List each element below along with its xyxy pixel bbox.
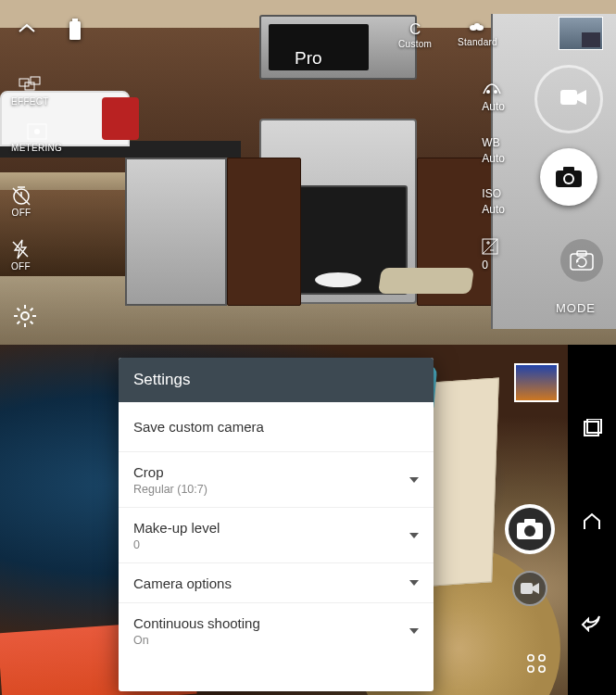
nav-home[interactable] — [568, 512, 616, 536]
svg-rect-42 — [524, 519, 535, 524]
gallery-thumbnail[interactable] — [514, 363, 559, 402]
gear-icon — [13, 304, 37, 328]
svg-rect-7 — [31, 77, 40, 84]
wb-title: WB — [482, 135, 505, 151]
svg-point-25 — [486, 90, 490, 94]
pro-params: Auto WB Auto ISO Auto 0 — [482, 82, 505, 273]
svg-point-43 — [524, 525, 535, 537]
row-camera-options[interactable]: Camera options — [119, 563, 434, 603]
scene-mat — [378, 268, 474, 294]
effect-label: EFFECT — [11, 96, 49, 107]
ev-value: 0 — [482, 258, 505, 273]
app-grid-button[interactable] — [525, 652, 547, 678]
switch-camera-icon — [569, 249, 595, 272]
focus-value: Auto — [482, 99, 505, 115]
ev-button[interactable]: 0 — [482, 238, 505, 273]
svg-marker-45 — [533, 583, 539, 594]
svg-point-16 — [21, 312, 29, 320]
svg-line-24 — [31, 309, 33, 311]
iso-button[interactable]: ISO Auto — [482, 186, 505, 218]
mode-custom-label: Custom — [398, 39, 432, 49]
wb-button[interactable]: WB Auto — [482, 135, 505, 167]
svg-rect-44 — [521, 583, 533, 594]
switch-camera-button[interactable] — [560, 239, 603, 282]
scene-cabinet — [227, 158, 301, 306]
chevron-down-icon — [408, 626, 421, 636]
camera-icon — [516, 518, 544, 540]
grid-icon — [525, 652, 547, 675]
svg-marker-53 — [409, 533, 419, 538]
svg-rect-35 — [563, 167, 574, 172]
svg-marker-33 — [577, 90, 586, 105]
svg-point-47 — [539, 655, 545, 661]
metering-label: METERING — [11, 143, 62, 153]
nav-recent[interactable] — [568, 419, 616, 443]
recent-icon — [582, 419, 602, 439]
camera-settings-screen: Settings Save custom camera Crop Regular… — [0, 345, 616, 695]
shutter-button[interactable] — [540, 148, 597, 206]
row-sub: 0 — [133, 538, 419, 551]
metering-button[interactable]: METERING — [11, 122, 62, 153]
video-button[interactable] — [512, 571, 547, 606]
focus-button[interactable]: Auto — [482, 82, 505, 115]
back-icon — [581, 613, 603, 632]
settings-button[interactable] — [13, 304, 37, 330]
row-continuous-shooting[interactable]: Continuous shooting On — [119, 603, 434, 658]
effect-button[interactable]: EFFECT — [11, 76, 49, 107]
row-makeup-level[interactable]: Make-up level 0 — [119, 508, 434, 563]
mode-standard-label: Standard — [458, 37, 497, 47]
svg-line-22 — [31, 322, 33, 324]
video-icon — [520, 581, 540, 596]
scene-plate — [315, 272, 361, 287]
row-sub: On — [133, 634, 419, 647]
row-title: Save custom camera — [133, 419, 419, 435]
custom-glyph: C — [398, 20, 432, 39]
home-icon — [582, 512, 602, 532]
row-title: Make-up level — [133, 520, 419, 536]
nav-back[interactable] — [568, 613, 616, 636]
row-crop[interactable]: Crop Regular (10:7) — [119, 452, 434, 508]
row-title: Camera options — [133, 575, 419, 591]
mode-selector[interactable]: C Custom Pro Standard — [0, 20, 616, 57]
timer-label: OFF — [11, 208, 31, 218]
flash-button[interactable]: OFF — [11, 239, 31, 272]
svg-line-31 — [483, 239, 497, 254]
timer-button[interactable]: OFF — [11, 185, 31, 218]
svg-point-4 — [474, 23, 480, 27]
svg-point-37 — [565, 175, 572, 183]
svg-line-21 — [18, 309, 20, 311]
nav-bar — [568, 345, 616, 695]
settings-panel: Settings Save custom camera Crop Regular… — [119, 358, 434, 691]
row-title: Crop — [133, 464, 419, 480]
chevron-down-icon — [408, 475, 421, 485]
svg-rect-32 — [560, 90, 577, 105]
svg-line-13 — [13, 188, 30, 205]
svg-marker-54 — [409, 580, 419, 586]
camera-icon — [555, 166, 583, 188]
row-sub: Regular (10:7) — [133, 483, 419, 496]
svg-marker-55 — [409, 628, 419, 634]
settings-list[interactable]: Save custom camera Crop Regular (10:7) M… — [119, 402, 434, 691]
gallery-thumbnail[interactable] — [559, 17, 603, 50]
svg-point-26 — [494, 90, 497, 94]
svg-point-49 — [539, 666, 545, 672]
flash-label: OFF — [11, 261, 31, 272]
row-save-custom-camera[interactable]: Save custom camera — [119, 402, 434, 452]
iso-value: Auto — [482, 202, 505, 218]
row-title: Continuous shooting — [133, 615, 419, 631]
mode-standard[interactable]: Standard — [458, 20, 497, 47]
wb-value: Auto — [482, 151, 505, 167]
chevron-down-icon — [408, 578, 421, 588]
iso-title: ISO — [482, 186, 505, 202]
mode-custom[interactable]: C Custom — [398, 20, 432, 49]
scene-dishwasher — [125, 158, 227, 306]
svg-point-48 — [528, 666, 534, 672]
video-button[interactable] — [559, 85, 588, 109]
mode-pro[interactable]: Pro — [295, 48, 322, 69]
mode-button[interactable]: MODE — [556, 301, 596, 315]
shutter-button[interactable] — [505, 504, 555, 554]
settings-title: Settings — [119, 358, 434, 402]
camera-pro-screen: C Custom Pro Standard EFFECT METERING OF… — [0, 0, 616, 345]
svg-line-23 — [18, 322, 20, 324]
svg-point-9 — [34, 129, 40, 134]
